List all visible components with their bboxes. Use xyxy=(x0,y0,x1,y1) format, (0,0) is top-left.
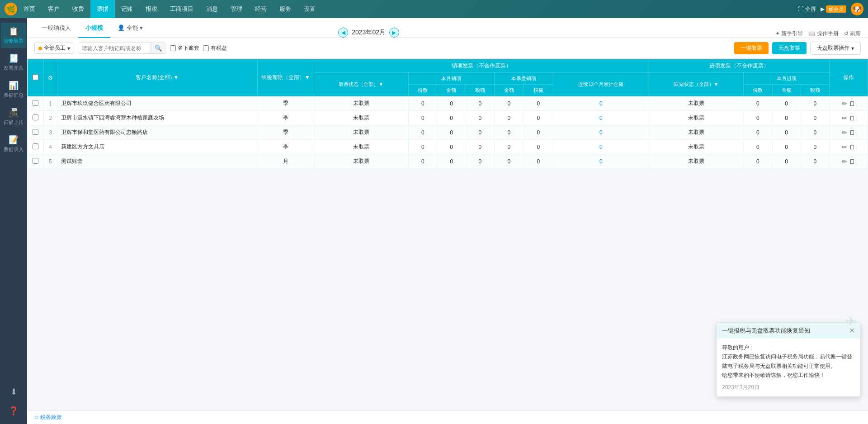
nav-business[interactable]: 工商项目 xyxy=(164,0,200,18)
row-pm-amount-cell: 0 xyxy=(772,111,801,125)
next-month-button[interactable]: ▶ xyxy=(389,28,399,38)
nav-manage[interactable]: 管理 xyxy=(224,0,249,18)
tax-policy-link[interactable]: ⊙ 税务政策 xyxy=(34,414,62,420)
scan-upload-icon: 📠 xyxy=(9,108,19,118)
nav-invoice[interactable]: 票据 xyxy=(90,0,115,18)
search-button[interactable]: 🔍 xyxy=(151,43,166,53)
header-purchase-month: 本月进项 xyxy=(744,73,830,85)
view-icon-3[interactable]: 🗒 xyxy=(849,143,855,151)
nav-operation[interactable]: 经营 xyxy=(249,0,273,18)
tab-general-taxpayer[interactable]: 一般纳税人 xyxy=(34,18,78,38)
row-sm-tax-cell: 0 xyxy=(466,111,494,125)
new-guide-button[interactable]: ✦ 新手引导 xyxy=(775,30,803,38)
row-checkbox-cell xyxy=(28,111,44,125)
notification-line3: 给您带来的不便敬请谅解，祝您工作愉快！ xyxy=(722,371,855,380)
ticket-summary-icon: 📊 xyxy=(9,81,19,91)
edit-icon-1[interactable]: ✏ xyxy=(842,114,847,122)
row-sm-amount-cell: 0 xyxy=(437,154,466,169)
nav-billing[interactable]: 收费 xyxy=(66,0,90,18)
tab-small-scale[interactable]: 小规模 xyxy=(78,18,110,38)
notification-decoration: ✈ xyxy=(845,314,856,329)
sidebar-item-label: 扫描上传 xyxy=(4,119,24,126)
row-s12-amount-cell[interactable]: 0 xyxy=(553,154,649,169)
user-avatar[interactable]: 🐶 xyxy=(851,3,863,15)
row-checkbox-2[interactable] xyxy=(33,129,38,135)
row-number-cell: 3 xyxy=(44,125,57,140)
no-disk-ticket-button[interactable]: 无盘取票 xyxy=(772,42,807,54)
header-pm-count: 份数 xyxy=(744,85,772,96)
nav-service[interactable]: 服务 xyxy=(273,0,297,18)
row-sales-status-cell: 未取票 xyxy=(314,111,408,125)
sidebar-item-help[interactable]: ❓ xyxy=(1,402,26,419)
row-s12-amount-cell[interactable]: 0 xyxy=(553,96,649,111)
nav-tax[interactable]: 报税 xyxy=(139,0,164,18)
row-sq-amount-cell: 0 xyxy=(494,154,524,169)
page-footer: ⊙ 税务政策 xyxy=(27,410,868,424)
view-icon-1[interactable]: 🗒 xyxy=(849,114,855,122)
refresh-button[interactable]: ↺ 刷新 xyxy=(844,30,861,38)
tab-all[interactable]: 👤 全能 ▾ xyxy=(110,18,150,38)
sidebar-item-smart-ticket[interactable]: 📋 智能取票 xyxy=(1,23,26,48)
no-disk-ops-button[interactable]: 无盘取票操作 ▾ xyxy=(810,42,861,55)
nav-right-actions: ⛶ 全屏 ▶ 畅会员 🐶 xyxy=(798,3,863,15)
sidebar-item-invoice-issue[interactable]: 🧾 发票开具 xyxy=(1,50,26,75)
one-click-ticket-button[interactable]: 一键取票 xyxy=(734,42,769,54)
row-name-cell: 卫辉市汲水镇下园湾睿湾营木种植家庭农场 xyxy=(57,111,258,125)
nav-accounting[interactable]: 记账 xyxy=(115,0,139,18)
row-pm-amount-cell: 0 xyxy=(772,96,801,111)
header-name-col: 客户名称(全部) ▼ xyxy=(57,59,258,96)
nav-message[interactable]: 消息 xyxy=(200,0,224,18)
sidebar-item-scan-upload[interactable]: 📠 扫描上传 xyxy=(1,104,26,129)
view-icon-2[interactable]: 🗒 xyxy=(849,129,855,136)
tax-disk-checkbox[interactable] xyxy=(203,45,209,51)
edit-icon-4[interactable]: ✏ xyxy=(842,158,847,165)
nav-home[interactable]: 首页 xyxy=(17,0,42,18)
row-tax-period-cell: 季 xyxy=(257,111,314,125)
manual-button[interactable]: 📖 操作手册 xyxy=(808,30,838,38)
help-icon: ❓ xyxy=(9,406,19,416)
toolbar: 全部员工 ▾ 🔍 名下账套 有税盘 一键取票 无盘取票 无盘取票操作 ▾ xyxy=(27,38,868,59)
toolbar-right-actions: 一键取票 无盘取票 无盘取票操作 ▾ xyxy=(734,42,861,55)
sidebar-item-ticket-summary[interactable]: 📊 票据汇总 xyxy=(1,77,26,102)
header-sq-tax: 税额 xyxy=(524,85,553,96)
employee-filter[interactable]: 全部员工 ▾ xyxy=(34,43,74,54)
row-s12-amount-cell[interactable]: 0 xyxy=(553,140,649,154)
notification-header: 一键报税与无盘取票功能恢复通知 ✕ xyxy=(717,323,860,338)
row-checkbox-3[interactable] xyxy=(33,143,38,149)
fullscreen-button[interactable]: ⛶ 全屏 xyxy=(798,5,816,13)
edit-icon-2[interactable]: ✏ xyxy=(842,129,847,136)
sidebar-item-download[interactable]: ⬇ xyxy=(1,383,26,400)
nav-client[interactable]: 客户 xyxy=(42,0,66,18)
row-checkbox-0[interactable] xyxy=(33,100,38,106)
header-tax-period-col: 纳税期限（全部）▼ xyxy=(257,59,314,96)
row-purchase-status-cell: 未取票 xyxy=(649,111,743,125)
view-icon-4[interactable]: 🗒 xyxy=(849,158,855,165)
settings-icon[interactable]: ⚙ xyxy=(48,75,53,81)
nav-settings[interactable]: 设置 xyxy=(297,0,322,18)
account-checkbox[interactable] xyxy=(170,45,176,51)
view-icon-0[interactable]: 🗒 xyxy=(849,100,855,107)
table-row: 2 卫辉市汲水镇下园湾睿湾营木种植家庭农场 季 未取票 0 0 0 0 0 0 … xyxy=(28,111,868,125)
table-row: 1 卫辉市玖玖健合医药有限公司 季 未取票 0 0 0 0 0 0 未取票 0 … xyxy=(28,96,868,111)
vip-button[interactable]: ▶ 畅会员 xyxy=(821,6,846,13)
account-filter-label[interactable]: 名下账套 xyxy=(170,44,199,52)
row-sq-tax-cell: 0 xyxy=(524,154,553,169)
row-checkbox-4[interactable] xyxy=(33,158,38,164)
prev-month-button[interactable]: ◀ xyxy=(338,28,348,38)
sidebar-item-ticket-entry[interactable]: 📝 票据录入 xyxy=(1,131,26,157)
row-sq-tax-cell: 0 xyxy=(524,125,553,140)
select-all-checkbox[interactable] xyxy=(33,74,38,80)
row-checkbox-1[interactable] xyxy=(33,114,38,120)
edit-icon-3[interactable]: ✏ xyxy=(842,143,847,151)
search-input[interactable] xyxy=(78,43,151,53)
header-settings-col: ⚙ xyxy=(44,59,57,96)
row-s12-amount-cell[interactable]: 0 xyxy=(553,111,649,125)
row-sq-amount-cell: 0 xyxy=(494,140,524,154)
edit-icon-0[interactable]: ✏ xyxy=(842,100,847,107)
row-sm-amount-cell: 0 xyxy=(437,125,466,140)
sidebar: 📋 智能取票 🧾 发票开具 📊 票据汇总 📠 扫描上传 📝 票据录入 ⬇ ❓ xyxy=(0,18,27,424)
header-sm-tax: 税额 xyxy=(466,85,494,96)
employee-filter-label: 全部员工 xyxy=(44,44,66,52)
row-s12-amount-cell[interactable]: 0 xyxy=(553,125,649,140)
tax-disk-filter-label[interactable]: 有税盘 xyxy=(203,44,227,52)
